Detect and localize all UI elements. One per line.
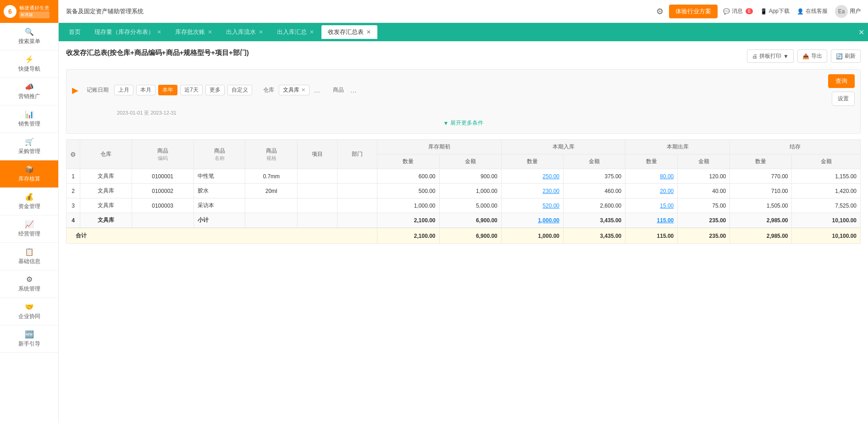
online-service-item[interactable]: 👤 在线客服 xyxy=(797,7,828,15)
expand-conditions-button[interactable]: ▼ 展开更多条件 xyxy=(443,119,484,127)
footer-closing-qty: 2,985.00 xyxy=(730,228,792,244)
trial-button[interactable]: 体验行业方案 xyxy=(669,5,718,18)
tab-bar: 首页现存量（库存分布表）✕库存批次账✕出入库流水✕出入库汇总✕收发存汇总表✕✕ xyxy=(59,23,868,41)
sidebar-item-3[interactable]: 📊销售管理 xyxy=(0,105,58,133)
cell-warehouse-0: 文具库 xyxy=(80,169,132,184)
cell-in-qty-1[interactable]: 230.00 xyxy=(501,184,563,198)
cell-out-amt-0: 120.00 xyxy=(678,169,730,184)
refresh-button[interactable]: 🔄 刷新 xyxy=(831,49,861,63)
link-out-qty-0[interactable]: 80.00 xyxy=(660,173,674,180)
tab-close-4[interactable]: ✕ xyxy=(310,29,314,35)
settings-icon[interactable]: ⚙ xyxy=(656,6,663,16)
warehouse-more-icon[interactable]: ... xyxy=(312,86,322,94)
sidebar-icon-0: 🔍 xyxy=(25,27,34,36)
cell-in-qty-3[interactable]: 1,000.00 xyxy=(501,213,563,228)
filter-date-range-row: 2023-01-01 至 2023-12-31 xyxy=(72,109,855,116)
date-shortcut-0[interactable]: 上月 xyxy=(114,85,133,95)
cell-out-qty-0[interactable]: 80.00 xyxy=(625,169,678,184)
date-shortcut-1[interactable]: 本月 xyxy=(136,85,155,95)
tab-4[interactable]: 出入库汇总✕ xyxy=(271,25,321,39)
filter-collapse-icon[interactable]: ▶ xyxy=(72,85,78,95)
sidebar-item-9[interactable]: ⚙系统管理 xyxy=(0,270,58,298)
tab-3[interactable]: 出入库流水✕ xyxy=(220,25,270,39)
date-shortcut-5[interactable]: 自定义 xyxy=(227,85,252,95)
export-button[interactable]: 📤 导出 xyxy=(797,49,827,63)
goods-more-icon[interactable]: ... xyxy=(348,86,358,94)
th-warehouse: 仓库 xyxy=(80,140,132,169)
th-product-spec: 商品规格 xyxy=(245,140,298,169)
sidebar-item-2[interactable]: 📣营销推广 xyxy=(0,78,58,105)
link-out-qty-2[interactable]: 15.00 xyxy=(660,203,674,209)
tab-1[interactable]: 现存量（库存分布表）✕ xyxy=(88,25,168,39)
warehouse-tag: 文具库 ✕ xyxy=(279,85,310,95)
print-dropdown-icon: ▼ xyxy=(783,53,789,60)
th-settings[interactable]: ⚙ xyxy=(66,140,80,169)
sidebar-item-11[interactable]: 🆕新手引导 xyxy=(0,325,58,353)
topbar: 装备及固定资产辅助管理系统 ⚙ 体验行业方案 💬 消息 6 📱 App下载 👤 … xyxy=(59,0,868,23)
cell-out-qty-2[interactable]: 15.00 xyxy=(625,198,678,213)
query-button[interactable]: 查询 xyxy=(828,74,855,88)
cell-opening-qty-0: 600.00 xyxy=(377,169,439,184)
cell-in-amt-2: 2,600.00 xyxy=(564,198,625,213)
link-out-qty-1[interactable]: 20.00 xyxy=(660,188,674,194)
sidebar-item-8[interactable]: 📋基础信息 xyxy=(0,243,58,270)
tab-2[interactable]: 库存批次账✕ xyxy=(169,25,219,39)
sidebar-label-11: 新手引导 xyxy=(18,340,40,348)
table-row-2: 3文具库0100003采访本1,000.005,000.00520.002,60… xyxy=(66,198,861,213)
tab-close-2[interactable]: ✕ xyxy=(208,29,212,35)
print-button[interactable]: 🖨 拼板打印 ▼ xyxy=(747,49,794,63)
cell-out-qty-3[interactable]: 115.00 xyxy=(625,213,678,228)
cell-closing-qty-0: 770.00 xyxy=(730,169,792,184)
link-out-qty-3[interactable]: 115.00 xyxy=(657,217,674,224)
close-all-tabs[interactable]: ✕ xyxy=(858,28,864,37)
cell-out-qty-1[interactable]: 20.00 xyxy=(625,184,678,198)
message-item[interactable]: 💬 消息 6 xyxy=(723,7,753,15)
sidebar-item-5[interactable]: 📦库存核算 xyxy=(0,160,58,188)
tab-0[interactable]: 首页 xyxy=(62,25,87,39)
cell-in-amt-1: 460.00 xyxy=(564,184,625,198)
th-in-amt: 金额 xyxy=(564,154,625,169)
link-in-qty-3[interactable]: 1,000.00 xyxy=(538,217,559,224)
tab-5[interactable]: 收发存汇总表✕ xyxy=(321,25,377,39)
cell-department-0 xyxy=(337,169,377,184)
filter-right: 查询 设置 xyxy=(828,74,855,106)
cell-product-name-1: 胶水 xyxy=(194,184,245,198)
cell-opening-qty-3: 2,100.00 xyxy=(377,213,439,228)
date-shortcut-3[interactable]: 近7天 xyxy=(180,85,203,95)
app-download-item[interactable]: 📱 App下载 xyxy=(760,7,790,15)
filter-settings-button[interactable]: 设置 xyxy=(832,92,855,106)
sidebar-item-7[interactable]: 📈经营管理 xyxy=(0,215,58,243)
cell-closing-amt-2: 7,525.00 xyxy=(792,198,861,213)
cell-in-qty-2[interactable]: 520.00 xyxy=(501,198,563,213)
th-department: 部门 xyxy=(337,140,377,169)
table-settings-icon[interactable]: ⚙ xyxy=(70,151,76,158)
th-group-in: 本期入库 xyxy=(501,140,625,154)
sidebar-item-0[interactable]: 🔍搜索菜单 xyxy=(0,23,58,50)
sidebar-item-10[interactable]: 🤝企业协同 xyxy=(0,298,58,325)
sidebar-item-4[interactable]: 🛒采购管理 xyxy=(0,133,58,160)
th-group-out: 本期出库 xyxy=(625,140,730,154)
date-shortcut-4[interactable]: 更多 xyxy=(205,85,225,95)
cell-in-qty-0[interactable]: 250.00 xyxy=(501,169,563,184)
user-item[interactable]: Ea 用户 xyxy=(835,5,861,18)
page: 收发存汇总表(按仓库+商品编码+商品+规格型号+项目+部门) 🖨 拼板打印 ▼ … xyxy=(59,41,868,251)
tab-close-5[interactable]: ✕ xyxy=(366,29,371,35)
filter-bar: ▶ 记账日期 上月本月本年近7天更多自定义 仓库 文具库 ✕ ... 商品 ..… xyxy=(66,69,861,134)
sidebar-label-6: 资金管理 xyxy=(18,203,40,210)
page-title: 收发存汇总表(按仓库+商品编码+商品+规格型号+项目+部门) xyxy=(66,49,249,57)
tab-close-3[interactable]: ✕ xyxy=(259,29,263,35)
link-in-qty-1[interactable]: 230.00 xyxy=(542,188,559,194)
sidebar-label-10: 企业协同 xyxy=(18,313,40,320)
warehouse-tag-text: 文具库 xyxy=(283,86,299,94)
sidebar-item-1[interactable]: ⚡快捷导航 xyxy=(0,50,58,78)
footer-closing-amt: 10,100.00 xyxy=(792,228,861,244)
warehouse-tag-close[interactable]: ✕ xyxy=(301,87,305,93)
date-shortcut-2[interactable]: 本年 xyxy=(158,85,177,95)
message-label: 消息 xyxy=(732,7,743,15)
tab-close-1[interactable]: ✕ xyxy=(157,29,161,35)
link-in-qty-0[interactable]: 250.00 xyxy=(542,173,559,180)
cell-product-code-0: 0100001 xyxy=(132,169,194,184)
sidebar-item-6[interactable]: 💰资金管理 xyxy=(0,188,58,215)
refresh-icon: 🔄 xyxy=(836,53,843,60)
link-in-qty-2[interactable]: 520.00 xyxy=(542,203,559,209)
